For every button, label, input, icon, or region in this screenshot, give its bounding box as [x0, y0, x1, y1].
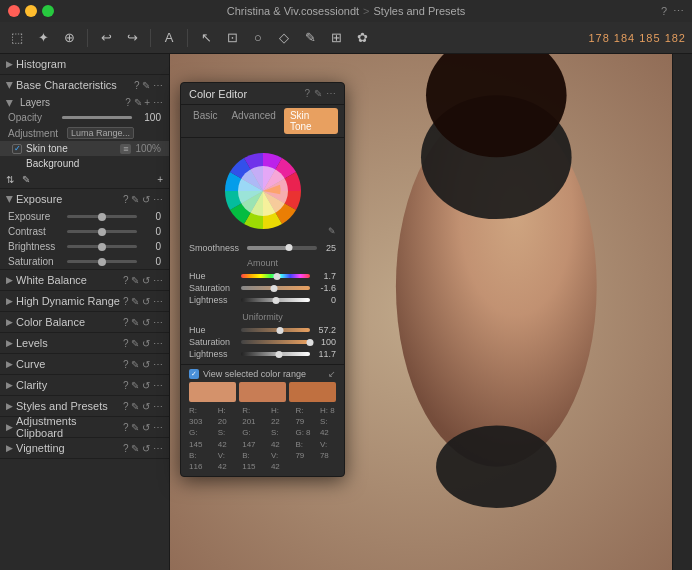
swatch-3[interactable] — [289, 382, 336, 402]
ci-b1: B: 116 — [189, 450, 210, 472]
vignetting-title: Vignetting — [16, 442, 123, 454]
section-label: Styles and Presets — [373, 5, 465, 17]
ci-b3: B: 79 — [295, 439, 312, 461]
contrast-slider[interactable] — [67, 230, 137, 233]
color-info: R: 303 G: 145 B: 116 H: 20 S: 42 V: 42 R… — [189, 405, 336, 472]
base-char-title: Base Characteristics — [16, 79, 134, 91]
ci-g2: G: 147 — [242, 427, 263, 449]
tool-icon-2[interactable]: ✦ — [32, 27, 54, 49]
opacity-row: Opacity 100 — [0, 110, 169, 125]
tool-icon-text[interactable]: A — [158, 27, 180, 49]
saturation-slider-row: Saturation 0 — [0, 254, 169, 269]
ci-b2: B: 115 — [242, 450, 263, 472]
tool-pointer[interactable]: ↖ — [195, 27, 217, 49]
exposure-slider[interactable] — [67, 215, 137, 218]
white-balance-header[interactable]: ▶ White Balance ? ✎ ↺ ⋯ — [0, 270, 169, 290]
traffic-lights[interactable] — [8, 5, 54, 17]
skin-tone-checkbox[interactable]: ✓ — [12, 144, 22, 154]
ce-tab-skin[interactable]: Skin Tone — [284, 108, 338, 134]
adjustment-select[interactable]: Luma Range... — [67, 127, 134, 139]
filename-label: Christina & Viv.cosessiondt — [227, 5, 359, 17]
swatch-2[interactable] — [239, 382, 286, 402]
clipboard-header[interactable]: ▶ Adjustments Clipboard ? ✎ ↺ ⋯ — [0, 417, 169, 437]
ce-help-icon[interactable]: ? — [304, 88, 310, 99]
base-char-header[interactable]: ▶ Base Characteristics ? ✎ ⋯ — [0, 75, 169, 95]
curve-section: ▶ Curve ? ✎ ↺ ⋯ — [0, 354, 169, 375]
close-button[interactable] — [8, 5, 20, 17]
uni-light-slider[interactable] — [241, 352, 310, 356]
clarity-chevron: ▶ — [6, 380, 13, 390]
smoothness-slider[interactable] — [247, 246, 317, 250]
ci-h2: H: 22 — [271, 405, 288, 427]
skin-tone-layer[interactable]: ✓ Skin tone ≡ 100% — [0, 141, 169, 156]
background-layer[interactable]: Background — [0, 156, 169, 171]
window-menu-icon[interactable]: ⋯ — [673, 5, 684, 18]
clipboard-title: Adjustments Clipboard — [16, 415, 123, 439]
ci-r3: R: 79 — [295, 405, 312, 427]
styles-chevron: ▶ — [6, 401, 13, 411]
uni-hue-row: Hue 57.2 — [189, 324, 336, 336]
ce-tab-basic[interactable]: Basic — [187, 108, 223, 134]
clarity-header[interactable]: ▶ Clarity ? ✎ ↺ ⋯ — [0, 375, 169, 395]
view-range-row: ✓ View selected color range ↙ — [189, 369, 336, 379]
color-editor-header: Color Editor ? ✎ ⋯ — [181, 83, 344, 105]
tool-icon-1[interactable]: ⬚ — [6, 27, 28, 49]
view-range-checkbox[interactable]: ✓ — [189, 369, 199, 379]
uni-hue-slider[interactable] — [241, 328, 310, 332]
tool-icon-5[interactable]: ↪ — [121, 27, 143, 49]
lightness-slider[interactable] — [241, 298, 310, 302]
saturation-slider[interactable] — [241, 286, 310, 290]
tool-pen[interactable]: ✎ — [299, 27, 321, 49]
ce-edit-icon[interactable]: ✎ — [314, 88, 322, 99]
ce-menu-icon[interactable]: ⋯ — [326, 88, 336, 99]
color-wheel[interactable] — [218, 146, 308, 236]
tool-crop[interactable]: ⊡ — [221, 27, 243, 49]
ci-v3: V: 78 — [320, 439, 336, 461]
saturation-slider[interactable] — [67, 260, 137, 263]
vignetting-header[interactable]: ▶ Vignetting ? ✎ ↺ ⋯ — [0, 438, 169, 458]
tool-shape[interactable]: ◇ — [273, 27, 295, 49]
exposure-header[interactable]: ▶ Exposure ? ✎ ↺ ⋯ — [0, 189, 169, 209]
maximize-button[interactable] — [42, 5, 54, 17]
layers-row: ▶ Layers ? ✎ + ⋯ — [0, 95, 169, 110]
cw-edit-icon[interactable]: ✎ — [328, 226, 336, 236]
color-range-section: ✓ View selected color range ↙ R: 303 G: … — [181, 364, 344, 476]
tool-brush[interactable]: ○ — [247, 27, 269, 49]
tool-clone[interactable]: ⊞ — [325, 27, 347, 49]
view-range-icon: ↙ — [328, 369, 336, 379]
curve-header[interactable]: ▶ Curve ? ✎ ↺ ⋯ — [0, 354, 169, 374]
hdr-icons: ? ✎ ↺ ⋯ — [123, 296, 163, 307]
tool-icon-4[interactable]: ↩ — [95, 27, 117, 49]
color-balance-header[interactable]: ▶ Color Balance ? ✎ ↺ ⋯ — [0, 312, 169, 332]
styles-title: Styles and Presets — [16, 400, 123, 412]
hue-slider[interactable] — [241, 274, 310, 278]
histogram-chevron: ▶ — [6, 59, 13, 69]
ci-v2: V: 42 — [271, 450, 288, 472]
histogram-header[interactable]: ▶ Histogram — [0, 54, 169, 74]
ci-r2: R: 201 — [242, 405, 263, 427]
hdr-header[interactable]: ▶ High Dynamic Range ? ✎ ↺ ⋯ — [0, 291, 169, 311]
uni-sat-slider[interactable] — [241, 340, 310, 344]
background-name: Background — [26, 158, 161, 169]
levels-header[interactable]: ▶ Levels ? ✎ ↺ ⋯ — [0, 333, 169, 353]
help-icon[interactable]: ? — [661, 5, 667, 17]
tools-row: ⇅ ✎ + — [0, 171, 169, 188]
skin-tone-percent: 100% — [135, 143, 161, 154]
ce-tab-advanced[interactable]: Advanced — [225, 108, 281, 134]
minimize-button[interactable] — [25, 5, 37, 17]
layers-chevron[interactable]: ▶ — [5, 99, 15, 106]
exposure-section: ▶ Exposure ? ✎ ↺ ⋯ Exposure 0 Contrast 0… — [0, 189, 169, 270]
curve-icons: ? ✎ ↺ ⋯ — [123, 359, 163, 370]
exposure-value: 0 — [141, 211, 161, 222]
swatch-1[interactable] — [189, 382, 236, 402]
styles-header[interactable]: ▶ Styles and Presets ? ✎ ↺ ⋯ — [0, 396, 169, 416]
lightness-value: 0 — [314, 295, 336, 305]
brightness-slider[interactable] — [67, 245, 137, 248]
ci-r1: R: 303 — [189, 405, 210, 427]
tool-sort-icon: ⇅ — [6, 174, 14, 185]
ci-col-4: H: 22 S: 42 V: 42 — [271, 405, 288, 472]
tool-icon-3[interactable]: ⊕ — [58, 27, 80, 49]
tool-add-icon[interactable]: + — [157, 174, 163, 185]
opacity-slider[interactable] — [62, 116, 132, 119]
tool-retouch[interactable]: ✿ — [351, 27, 373, 49]
